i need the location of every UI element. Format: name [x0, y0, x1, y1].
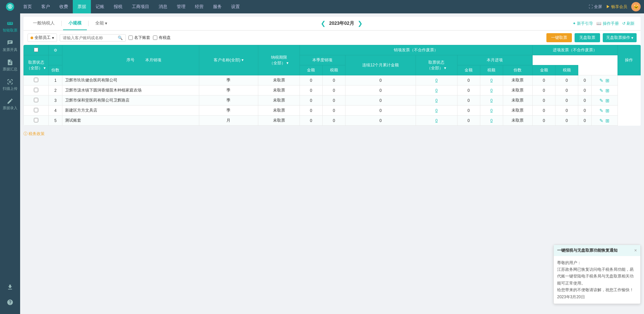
- row-sales-quarter-amount[interactable]: 0: [416, 116, 458, 126]
- row-checkbox[interactable]: [24, 85, 49, 96]
- search-icon[interactable]: 🔍: [118, 36, 123, 40]
- period-next-button[interactable]: ❯: [358, 20, 363, 26]
- row-edit-button[interactable]: ✎: [599, 108, 603, 113]
- row-sales-12month[interactable]: 0: [480, 116, 503, 126]
- row-view-button[interactable]: ⊞: [605, 98, 609, 103]
- row-sales-12month[interactable]: 0: [480, 85, 503, 96]
- nav-message[interactable]: 消息: [154, 0, 172, 13]
- app-logo[interactable]: [3, 2, 17, 11]
- new-guide-button[interactable]: 新手引导: [573, 21, 593, 26]
- nav-client[interactable]: 客户: [37, 0, 55, 13]
- sidebar-item-invoice-issue[interactable]: 发票开具: [0, 36, 20, 56]
- sidebar-item-smart-ticket[interactable]: 智能取票: [0, 17, 20, 36]
- employee-filter[interactable]: 全部员工 ▾: [28, 34, 57, 42]
- row-sales-quarter-amount[interactable]: 0: [416, 106, 458, 116]
- row-checkbox[interactable]: [24, 96, 49, 106]
- nav-fee[interactable]: 收费: [55, 0, 73, 13]
- name-account-checkbox[interactable]: [128, 36, 133, 40]
- row-select-checkbox[interactable]: [34, 108, 38, 112]
- no-disk-ticket-button[interactable]: 无盘取票: [575, 33, 600, 42]
- row-edit-button[interactable]: ✎: [599, 98, 603, 103]
- row-tax-period: 季: [199, 75, 258, 85]
- name-account-filter[interactable]: 名下账套: [128, 35, 150, 41]
- has-tax-disk-filter[interactable]: 有税盘: [153, 35, 171, 41]
- input-status-filter-icon[interactable]: ▾: [444, 66, 446, 70]
- row-sales-12month[interactable]: 0: [480, 75, 503, 85]
- nav-accounting[interactable]: 记账: [91, 0, 109, 13]
- row-index: 5: [49, 116, 62, 126]
- tab-separator-2: [88, 21, 89, 26]
- tab-general-taxpayer[interactable]: 一般纳税人: [28, 17, 60, 30]
- header-input-status: 取票状态（全部） ▾: [416, 55, 458, 75]
- settings-icon[interactable]: ⚙: [54, 48, 57, 53]
- row-sales-quarter-amount[interactable]: 0: [416, 75, 458, 85]
- tab-all[interactable]: 全能 ▾: [90, 17, 113, 30]
- row-edit-button[interactable]: ✎: [599, 78, 603, 83]
- row-sales-12month[interactable]: 0: [480, 106, 503, 116]
- sidebar-item-entry[interactable]: 票据录入: [0, 95, 20, 114]
- one-click-ticket-button[interactable]: 一键取票: [546, 33, 572, 42]
- row-actions: ✎ ⊞: [591, 75, 618, 85]
- row-edit-button[interactable]: ✎: [599, 88, 603, 93]
- sidebar-item-summary[interactable]: 票据汇总: [0, 56, 20, 75]
- nav-settings[interactable]: 设置: [226, 0, 245, 13]
- nav-business[interactable]: 工商项目: [127, 0, 154, 13]
- client-name-filter-icon[interactable]: ▾: [241, 58, 244, 62]
- no-disk-ops-button[interactable]: 无盘取票操作 ▾: [603, 33, 637, 42]
- sidebar-item-help[interactable]: [0, 296, 20, 309]
- row-sales-month-amount: 0: [322, 96, 345, 106]
- user-avatar[interactable]: 🐱: [631, 2, 641, 11]
- row-select-checkbox[interactable]: [34, 88, 38, 92]
- row-sales-status: 未取票: [258, 116, 300, 126]
- nav-manage[interactable]: 管理: [172, 0, 190, 13]
- nav-tax[interactable]: 报税: [109, 0, 127, 13]
- row-sales-month-count: 0: [300, 85, 322, 96]
- refresh-button[interactable]: 刷新: [622, 21, 635, 26]
- row-input-month-amount: 0: [555, 75, 578, 85]
- tab-small-scale[interactable]: 小规模: [63, 17, 87, 30]
- row-edit-button[interactable]: ✎: [599, 118, 603, 123]
- vip-button[interactable]: ▶ 畅享会员: [606, 4, 627, 10]
- select-all-checkbox[interactable]: [34, 48, 38, 52]
- row-sales-month-count: 0: [300, 106, 322, 116]
- notification-close-button[interactable]: ×: [634, 248, 637, 253]
- row-select-checkbox[interactable]: [34, 78, 38, 82]
- row-sales-month-tax: 0: [345, 116, 416, 126]
- manual-button[interactable]: 操作手册: [596, 21, 619, 26]
- header-input-month-amount: 金额: [533, 65, 555, 75]
- header-input-group: 进项发票（不合作废票）: [533, 45, 618, 55]
- row-input-month-count: 0: [533, 106, 555, 116]
- sidebar-label-entry: 票据录入: [3, 106, 17, 111]
- tax-policy-link[interactable]: 税务政策: [23, 131, 45, 137]
- row-view-button[interactable]: ⊞: [605, 78, 609, 83]
- row-checkbox[interactable]: [24, 75, 49, 85]
- table-row: 3 卫辉市保和堂医药有限公司卫辉路店 季 未取票 0 0 0 0 0 0 未取票…: [24, 96, 641, 106]
- row-select-checkbox[interactable]: [34, 118, 38, 122]
- row-input-month-amount: 0: [555, 96, 578, 106]
- row-input-status: 未取票: [503, 96, 532, 106]
- row-sales-12month[interactable]: 0: [480, 96, 503, 106]
- search-input[interactable]: [63, 36, 116, 40]
- header-sales-status: 取票状态（全部） ▾: [24, 55, 49, 75]
- row-actions: ✎ ⊞: [591, 106, 618, 116]
- fullscreen-button[interactable]: ⛶ 全屏: [589, 4, 602, 10]
- row-checkbox[interactable]: [24, 106, 49, 116]
- row-select-checkbox[interactable]: [34, 98, 38, 102]
- row-view-button[interactable]: ⊞: [605, 88, 609, 93]
- notification-body: 尊敬的用户： 江苏政务网已恢复访问电子税务局功能，易代账一键登陆电子税务局与无盘…: [554, 256, 640, 304]
- sidebar-item-download[interactable]: [0, 280, 20, 294]
- row-view-button[interactable]: ⊞: [605, 118, 609, 123]
- nav-operation[interactable]: 经营: [190, 0, 208, 13]
- tax-period-filter-icon[interactable]: ▾: [286, 61, 288, 65]
- nav-home[interactable]: 首页: [18, 0, 37, 13]
- row-sales-quarter-amount[interactable]: 0: [416, 96, 458, 106]
- nav-service[interactable]: 服务: [208, 0, 226, 13]
- row-checkbox[interactable]: [24, 116, 49, 126]
- sales-status-filter-icon[interactable]: ▾: [44, 66, 46, 70]
- has-tax-disk-checkbox[interactable]: [153, 36, 157, 40]
- sidebar-item-scan[interactable]: 扫描上传: [0, 75, 20, 95]
- nav-invoice[interactable]: 票据: [73, 0, 91, 13]
- row-view-button[interactable]: ⊞: [605, 108, 609, 113]
- period-prev-button[interactable]: ❮: [321, 20, 326, 26]
- row-sales-quarter-amount[interactable]: 0: [416, 85, 458, 96]
